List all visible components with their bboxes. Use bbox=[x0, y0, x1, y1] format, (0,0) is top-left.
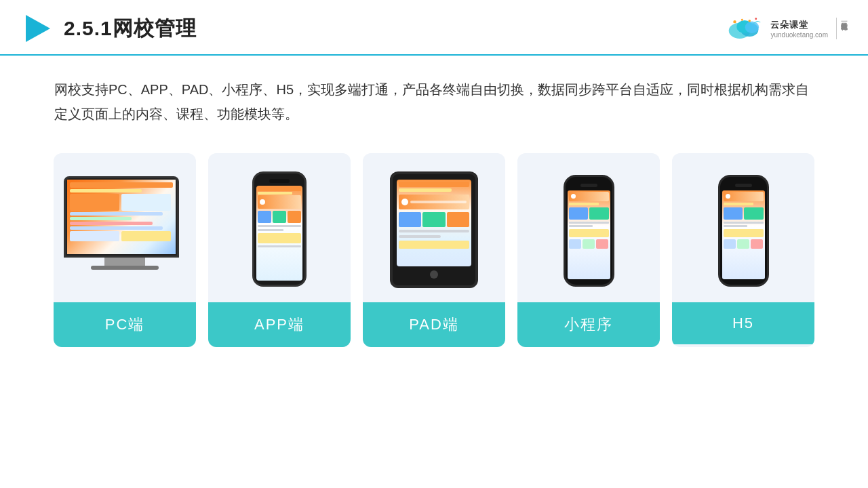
pad-tablet-mockup bbox=[390, 171, 478, 290]
h5-phone-mockup bbox=[718, 175, 769, 287]
card-pad: PAD端 bbox=[363, 153, 505, 347]
svg-point-5 bbox=[734, 20, 736, 23]
card-app: APP端 bbox=[208, 153, 351, 347]
card-pad-label: PAD端 bbox=[363, 302, 505, 347]
description-text: 网校支持PC、APP、PAD、小程序、H5，实现多端打通，产品各终端自由切换，数… bbox=[0, 56, 868, 140]
card-h5: H5 bbox=[672, 153, 814, 347]
pc-image-area bbox=[54, 153, 196, 302]
card-miniprogram: 小程序 bbox=[517, 153, 660, 347]
cards-container: PC端 bbox=[0, 140, 868, 367]
app-phone-mockup bbox=[252, 171, 307, 290]
card-miniprogram-label: 小程序 bbox=[517, 302, 660, 347]
description-paragraph: 网校支持PC、APP、PAD、小程序、H5，实现多端打通，产品各终端自由切换，数… bbox=[54, 77, 814, 126]
logo-name: 云朵课堂 bbox=[770, 19, 828, 31]
app-image-area bbox=[208, 153, 351, 302]
logo-area: 云朵课堂 yunduoketang.com 教育机构一站式服务云平台 bbox=[724, 15, 848, 42]
logo-slogan: 教育机构一站式服务云平台 bbox=[836, 18, 848, 39]
card-pc: PC端 bbox=[54, 153, 196, 347]
page-title: 2.5.1网校管理 bbox=[64, 15, 197, 43]
logo-text: 云朵课堂 yunduoketang.com bbox=[770, 19, 828, 39]
logo-cloud-icon bbox=[724, 15, 765, 42]
header: 2.5.1网校管理 云朵课堂 yunduoketang.com 教育机构一站式服… bbox=[0, 0, 868, 56]
miniprogram-phone-mockup bbox=[564, 175, 614, 287]
h5-image-area bbox=[672, 153, 814, 302]
svg-point-6 bbox=[741, 19, 743, 21]
svg-point-7 bbox=[749, 20, 751, 22]
logo-url: yunduoketang.com bbox=[770, 31, 828, 39]
miniprogram-image-area bbox=[517, 153, 660, 302]
play-icon bbox=[20, 12, 53, 45]
header-left: 2.5.1网校管理 bbox=[20, 12, 197, 45]
svg-point-4 bbox=[745, 21, 759, 33]
pad-image-area bbox=[363, 153, 505, 302]
card-pc-label: PC端 bbox=[54, 302, 196, 347]
card-h5-label: H5 bbox=[672, 302, 814, 344]
svg-marker-0 bbox=[26, 15, 50, 42]
pc-mockup bbox=[64, 176, 186, 285]
svg-point-8 bbox=[755, 18, 757, 20]
card-app-label: APP端 bbox=[208, 302, 351, 347]
